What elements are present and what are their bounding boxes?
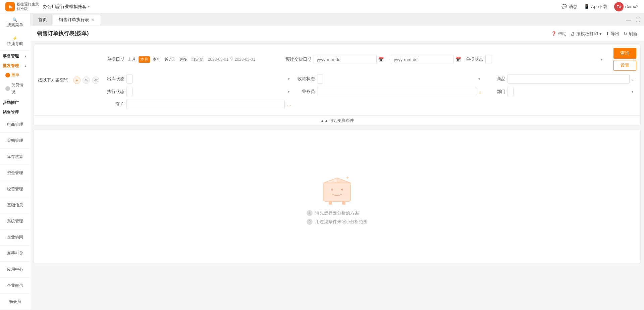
sidebar-item-enterprise-wechat[interactable]: 企业微信 (0, 278, 30, 294)
sidebar-item-search-menu[interactable]: 🔍 搜索菜单 (0, 13, 30, 32)
svg-point-3 (331, 189, 333, 191)
sidebar-sub-press-order[interactable]: 按单 (0, 70, 30, 80)
export-button[interactable]: ⬆ 导出 (606, 31, 620, 37)
collapse-more-bar[interactable]: ▲▲ 收起更多条件 (34, 115, 640, 125)
filter-container: 按以下方案查询 + ✎ ≪ 单据日期 (34, 45, 641, 126)
top-title[interactable]: 办公用品行业模拟账套 ▾ (43, 4, 90, 10)
collapse-button[interactable]: ≪ (92, 76, 99, 84)
empty-hint-1: 1 请先选择要分析的方案 (307, 210, 368, 216)
sidebar-item-app-center[interactable]: 应用中心 (0, 262, 30, 278)
sidebar-item-operations[interactable]: 经营管理 (0, 181, 30, 197)
message-icon: 💬 (561, 4, 567, 9)
exec-status-label: 执行状态 (106, 89, 124, 95)
message-action[interactable]: 💬 消息 (561, 4, 577, 10)
empty-state: ✦ ✦ 1 请先选择要分析的方案 (300, 141, 374, 252)
date-tab-custom[interactable]: 自定义 (190, 56, 205, 63)
collect-status-label: 收款状态 (297, 76, 315, 82)
orange-dot-icon (5, 73, 10, 78)
doc-status-select[interactable] (485, 55, 491, 64)
date-tab-this-month[interactable]: 本月 (139, 56, 150, 63)
out-status-select-wrapper (126, 74, 292, 84)
chevron-down-icon: ▾ (88, 4, 90, 9)
empty-hints: 1 请先选择要分析的方案 2 用过滤条件来缩小分析范围 (307, 210, 368, 225)
goods-more-icon[interactable]: … (632, 76, 636, 82)
chevron-icon: ▲ (24, 54, 27, 58)
app-download-action[interactable]: 📱 App下载 (584, 4, 607, 10)
sidebar-item-inventory[interactable]: 库存核算 (0, 149, 30, 165)
collect-status-select[interactable] (317, 74, 323, 84)
tab-close-icon[interactable]: ✕ (91, 17, 95, 22)
sidebar-item-ecommerce[interactable]: 电商管理 (0, 117, 30, 133)
date-tab-last7[interactable]: 近7天 (163, 56, 176, 63)
filter-row-2: 出库状态 收款状态 (106, 74, 636, 84)
sidebar-item-retail[interactable]: 零售管理 ▲ (0, 51, 30, 60)
goods-label: 商品 (487, 76, 505, 82)
logo[interactable]: 畅 畅捷通好生意 标准版 (5, 2, 39, 11)
tab-minimize-icon[interactable]: — (625, 16, 632, 23)
help-button[interactable]: ❓ 帮助 (551, 31, 567, 37)
user-name: demo2 (625, 4, 639, 9)
add-scheme-button[interactable]: + (73, 76, 80, 84)
calendar-icon[interactable]: 📅 (378, 57, 384, 62)
department-label: 部门 (487, 89, 505, 95)
collect-status-select-wrapper (317, 74, 483, 84)
tab-home[interactable]: 首页 (33, 14, 52, 25)
expected-date-from[interactable] (314, 55, 377, 64)
date-tab-more[interactable]: 更多 (178, 56, 189, 63)
out-status-select[interactable] (126, 74, 132, 84)
date-tab-this-year[interactable]: 本年 (151, 56, 162, 63)
svg-text:畅: 畅 (9, 5, 12, 9)
exec-status-select[interactable] (126, 87, 132, 96)
sidebar-item-system[interactable]: 系统管理 (0, 213, 30, 229)
filter-row-4: 客户 … (106, 100, 636, 109)
settings-button[interactable]: 设置 (613, 60, 636, 71)
expected-date-to[interactable] (391, 55, 454, 64)
customer-input[interactable] (126, 100, 285, 109)
sidebar-item-member[interactable]: 畅会员 (0, 294, 30, 310)
goods-input[interactable] (507, 74, 630, 84)
salesperson-more-icon[interactable]: … (478, 89, 483, 94)
edit-scheme-button[interactable]: ✎ (83, 76, 90, 84)
user-profile[interactable]: Ea demo2 (614, 2, 639, 11)
phone-icon: 📱 (584, 4, 589, 9)
sidebar: 🔍 搜索菜单 ⚡ 快捷导航 零售管理 ▲ 批发管理 ▲ 按单 (0, 13, 30, 310)
print-chevron-icon: ▾ (599, 31, 602, 36)
tab-maximize-icon[interactable]: ⛶ (635, 16, 641, 23)
print-icon: 🖨 (571, 31, 575, 36)
hint-num-2: 2 (307, 219, 313, 225)
exec-status-select-wrapper (126, 87, 292, 96)
sidebar-sub-owe-info[interactable]: 欠货情况 (0, 80, 30, 97)
print-button[interactable]: 🖨 按模板打印 ▾ (571, 31, 602, 37)
sidebar-item-marketing[interactable]: 营销推广 (0, 97, 30, 107)
query-settings-buttons: 查询 设置 (613, 48, 636, 71)
refresh-icon: ↻ (624, 31, 627, 36)
date-field: 单据日期 上月 本月 本年 近7天 更多 自定义 (106, 56, 281, 63)
search-icon: 🔍 (12, 17, 17, 23)
quick-search-label: 按以下方案查询 (38, 77, 68, 83)
sidebar-item-basic-info[interactable]: 基础信息 (0, 197, 30, 213)
refresh-button[interactable]: ↻ 刷新 (624, 31, 637, 37)
date-separator: — (385, 57, 389, 62)
department-select[interactable] (507, 87, 514, 96)
customer-more-icon[interactable]: … (287, 102, 291, 107)
expected-date-field: 预计交货日期 📅 — 📅 (285, 55, 461, 64)
tab-bar-actions: — ⛶ (625, 16, 641, 23)
sidebar-item-purchase[interactable]: 采购管理 (0, 133, 30, 149)
goods-field: 商品 … (487, 74, 636, 84)
sidebar-item-sales-mgmt[interactable]: 销售管理 (0, 107, 30, 117)
salesperson-input[interactable] (317, 87, 476, 96)
sidebar-item-new-guide[interactable]: 新手引导 (0, 246, 30, 262)
query-button[interactable]: 查询 (613, 48, 636, 59)
sidebar-item-wholesale[interactable]: 批发管理 ▲ (0, 60, 30, 70)
sidebar-item-finance[interactable]: 资金管理 (0, 165, 30, 181)
tab-sales-exec[interactable]: 销售订单执行表 ✕ (53, 14, 100, 25)
calendar-icon-2[interactable]: 📅 (455, 57, 461, 62)
salesperson-field: 业务员 … (297, 87, 483, 96)
filter-row-3: 执行状态 业务员 (106, 87, 636, 96)
collect-status-field: 收款状态 (297, 74, 483, 84)
avatar: Ea (614, 2, 624, 11)
sidebar-item-enterprise[interactable]: 企业协同 (0, 229, 30, 246)
doc-status-field: 单据状态 (465, 55, 605, 64)
date-tab-last-month[interactable]: 上月 (126, 56, 137, 63)
sidebar-item-quick-nav[interactable]: ⚡ 快捷导航 (0, 32, 30, 51)
